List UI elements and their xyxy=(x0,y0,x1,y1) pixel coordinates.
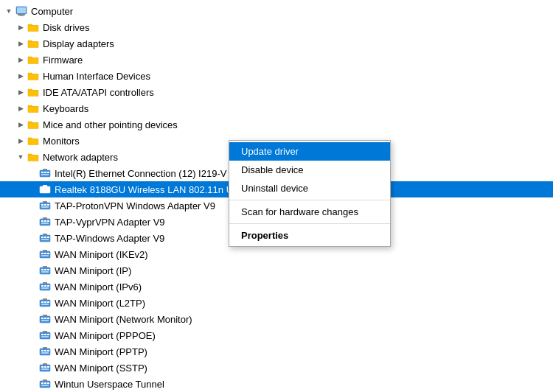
icon-wan-l2tp xyxy=(38,296,52,309)
tree-item-firmware[interactable]: Firmware xyxy=(0,52,553,68)
icon-wan-ikev2 xyxy=(38,248,52,261)
svg-rect-69 xyxy=(43,331,47,332)
svg-rect-19 xyxy=(47,204,49,206)
tree-item-wan-network-monitor[interactable]: WAN Miniport (Network Monitor) xyxy=(0,311,553,327)
icon-display-adapters xyxy=(27,37,40,50)
svg-rect-17 xyxy=(41,204,44,206)
icon-wan-sstp xyxy=(38,361,52,374)
tree-item-wan-ip[interactable]: WAN Miniport (IP) xyxy=(0,262,553,279)
svg-rect-86 xyxy=(41,385,49,386)
svg-rect-49 xyxy=(47,285,49,287)
tree-item-wan-ipv6[interactable]: WAN Miniport (IPv6) xyxy=(0,279,553,295)
expand-btn-display-adapters[interactable] xyxy=(15,38,27,49)
svg-rect-27 xyxy=(43,217,47,219)
svg-rect-37 xyxy=(47,253,49,254)
svg-rect-40 xyxy=(40,267,50,274)
icon-keyboards xyxy=(27,102,40,115)
icon-human-interface xyxy=(27,69,40,83)
tree-item-display-adapters[interactable]: Display adapters xyxy=(0,35,553,52)
svg-rect-2 xyxy=(19,15,24,16)
device-manager: Computer Disk drives Display adapters Fi… xyxy=(0,0,553,392)
svg-rect-18 xyxy=(44,204,46,206)
context-menu-item-uninstall-device[interactable]: Uninstall device xyxy=(229,179,390,197)
icon-mice xyxy=(27,118,40,131)
svg-rect-35 xyxy=(41,253,44,254)
svg-rect-74 xyxy=(41,352,49,354)
svg-rect-54 xyxy=(44,301,46,303)
icon-network-adapters xyxy=(27,150,40,164)
svg-rect-43 xyxy=(47,269,49,270)
svg-rect-61 xyxy=(47,318,49,319)
label-wan-pptp: WAN Miniport (PPTP) xyxy=(55,346,550,357)
context-menu: Update driverDisable deviceUninstall dev… xyxy=(229,140,391,247)
icon-monitors xyxy=(27,134,40,147)
svg-rect-14 xyxy=(41,190,49,192)
svg-rect-76 xyxy=(40,365,50,371)
svg-rect-67 xyxy=(47,334,49,335)
tree-item-keyboards[interactable]: Keyboards xyxy=(0,100,553,116)
expand-btn-ide-atapi[interactable] xyxy=(15,86,27,98)
label-wan-network-monitor: WAN Miniport (Network Monitor) xyxy=(55,314,550,325)
tree-item-wan-pppoe[interactable]: WAN Miniport (PPPOE) xyxy=(0,327,553,343)
svg-rect-12 xyxy=(44,188,46,189)
svg-rect-78 xyxy=(44,366,46,368)
tree-item-wan-pptp[interactable]: WAN Miniport (PPTP) xyxy=(0,343,553,360)
svg-rect-4 xyxy=(40,170,50,177)
label-wan-ikev2: WAN Miniport (IKEv2) xyxy=(55,249,550,260)
label-display-adapters: Display adapters xyxy=(43,38,550,49)
expand-btn-human-interface[interactable] xyxy=(15,70,27,82)
svg-rect-26 xyxy=(41,223,49,224)
tree-item-wan-l2tp[interactable]: WAN Miniport (L2TP) xyxy=(0,295,553,311)
tree-item-computer[interactable]: Computer xyxy=(0,3,553,19)
label-ide-atapi: IDE ATA/ATAPI controllers xyxy=(43,87,550,98)
svg-rect-20 xyxy=(41,206,49,208)
icon-realtek-wireless xyxy=(38,183,52,196)
context-menu-item-scan-hardware[interactable]: Scan for hardware changes xyxy=(229,203,390,221)
context-menu-item-disable-device[interactable]: Disable device xyxy=(229,161,390,179)
svg-rect-60 xyxy=(44,318,46,319)
expand-btn-keyboards[interactable] xyxy=(15,102,27,114)
svg-rect-87 xyxy=(43,379,47,381)
expand-btn-mice[interactable] xyxy=(15,119,27,130)
svg-rect-32 xyxy=(41,239,49,240)
svg-rect-59 xyxy=(41,318,44,319)
icon-ide-atapi xyxy=(27,85,40,99)
icon-tap-vypr xyxy=(38,215,52,228)
tree-item-mice[interactable]: Mice and other pointing devices xyxy=(0,116,553,133)
svg-rect-33 xyxy=(43,234,47,235)
expand-btn-network-adapters[interactable] xyxy=(15,151,27,163)
label-keyboards: Keyboards xyxy=(43,103,550,114)
label-mice: Mice and other pointing devices xyxy=(43,119,550,130)
svg-rect-64 xyxy=(40,332,50,339)
expand-btn-monitors[interactable] xyxy=(15,135,27,147)
svg-rect-51 xyxy=(43,282,47,284)
svg-rect-63 xyxy=(43,315,47,316)
svg-rect-29 xyxy=(41,237,44,238)
tree-item-wintun[interactable]: Wintun Userspace Tunnel xyxy=(0,376,553,392)
tree-item-ide-atapi[interactable]: IDE ATA/ATAPI controllers xyxy=(0,84,553,100)
svg-rect-81 xyxy=(43,363,47,365)
svg-rect-39 xyxy=(43,250,47,251)
svg-rect-22 xyxy=(40,219,50,225)
icon-wan-ipv6 xyxy=(38,280,52,293)
tree-item-disk-drives[interactable]: Disk drives xyxy=(0,19,553,35)
svg-rect-5 xyxy=(41,172,44,173)
svg-rect-82 xyxy=(40,381,50,388)
context-menu-separator xyxy=(229,223,390,224)
svg-rect-79 xyxy=(47,366,49,368)
tree-item-human-interface[interactable]: Human Interface Devices xyxy=(0,68,553,84)
expand-btn-firmware[interactable] xyxy=(15,54,27,66)
svg-rect-57 xyxy=(43,298,47,300)
label-computer: Computer xyxy=(31,6,550,17)
context-menu-item-properties[interactable]: Properties xyxy=(229,226,390,245)
svg-rect-28 xyxy=(40,235,50,242)
label-wan-ip: WAN Miniport (IP) xyxy=(55,265,550,276)
expand-btn-computer[interactable] xyxy=(3,5,15,17)
svg-rect-73 xyxy=(47,350,49,351)
svg-rect-38 xyxy=(41,255,49,256)
tree-item-wan-ikev2[interactable]: WAN Miniport (IKEv2) xyxy=(0,246,553,262)
tree-item-wan-sstp[interactable]: WAN Miniport (SSTP) xyxy=(0,360,553,376)
svg-rect-71 xyxy=(41,350,44,351)
context-menu-item-update-driver[interactable]: Update driver xyxy=(229,142,390,161)
expand-btn-disk-drives[interactable] xyxy=(15,21,27,33)
